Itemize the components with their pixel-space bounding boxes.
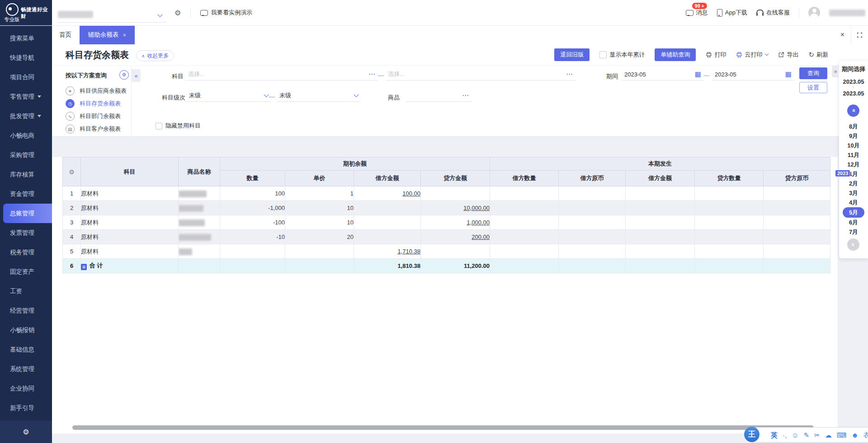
calendar-icon[interactable]: ▦	[695, 70, 701, 78]
tab-aux-balance[interactable]: 辅助余额表 ×	[80, 25, 135, 44]
ellipsis-picker-icon[interactable]: ···	[462, 92, 469, 99]
show-ytd-checkbox[interactable]: 显示本年累计	[599, 51, 645, 59]
sidebar-item[interactable]: 企业协同	[0, 379, 52, 398]
tab-home[interactable]: 首页	[59, 25, 71, 44]
month-item[interactable]: 12月	[839, 160, 868, 169]
demo-link[interactable]: 我要看实例演示	[200, 0, 252, 25]
lang-english-icon[interactable]: 英	[771, 432, 778, 438]
product-field[interactable]: ···	[405, 90, 472, 102]
sidebar-item[interactable]: 总账管理	[3, 204, 52, 223]
online-support-button[interactable]: 在线客服	[756, 9, 790, 17]
sidebar-item[interactable]: 资金管理	[0, 184, 52, 204]
sidebar-item[interactable]: 小畅报销	[0, 320, 52, 340]
sidebar-settings-strip[interactable]: ⚙	[0, 421, 52, 443]
debit-link[interactable]: 100.00	[402, 190, 420, 197]
month-item[interactable]: 8月	[839, 122, 868, 131]
sidebar-item[interactable]: 发票管理	[0, 223, 52, 243]
period-panel-expand-icon[interactable]: »	[832, 66, 839, 77]
scheme-item[interactable]: ▤科目客户余额表	[52, 123, 131, 135]
single-aux-query-button[interactable]: 单辅助查询	[655, 48, 696, 61]
sidebar-item[interactable]: 批发管理	[0, 106, 52, 126]
month-item[interactable]: 4月	[839, 198, 868, 207]
handwriting-pencil-icon[interactable]: ✎	[804, 432, 810, 438]
punctuation-icon[interactable]: ·,	[783, 432, 787, 438]
keyboard-icon[interactable]: ⌨	[837, 432, 847, 438]
sidebar-item[interactable]: 新手引导	[0, 398, 52, 418]
gear-icon[interactable]: ⚙	[175, 9, 181, 17]
horizontal-scrollbar[interactable]	[72, 425, 814, 430]
scheme-item[interactable]: ✦科目供应商余额表	[52, 85, 131, 97]
sidebar-item[interactable]: 基础信息	[0, 340, 52, 359]
sidebar-item[interactable]: 零售管理	[0, 87, 52, 106]
emoji-icon[interactable]: ☺	[792, 432, 798, 438]
cloud-icon[interactable]: ☁	[825, 432, 832, 438]
scheme-item[interactable]: ◷科目存货余额表	[52, 97, 131, 110]
gear-icon[interactable]: ⚙	[23, 428, 29, 436]
avatar[interactable]	[808, 7, 820, 19]
credit-link[interactable]: 10,000.00	[463, 205, 490, 211]
checkbox-icon[interactable]	[156, 123, 162, 129]
settings-button[interactable]: 设置	[799, 82, 827, 93]
months-scroll-down-button[interactable]: »	[847, 238, 859, 251]
sidebar-item[interactable]: 固定资产	[0, 262, 52, 281]
sidebar-item[interactable]: 搜索菜单	[0, 29, 52, 48]
months-scroll-up-button[interactable]: »	[847, 105, 859, 117]
sidebar-item[interactable]: 小畅电商	[0, 126, 52, 145]
level-to-select[interactable]: 末级	[277, 90, 361, 102]
period-from-display[interactable]: 2023.05	[839, 78, 868, 85]
sidebar-item[interactable]: 项目合同	[0, 67, 52, 87]
period-to-display[interactable]: 2023.05	[839, 90, 868, 97]
sidebar-item[interactable]: 快捷导航	[0, 48, 52, 67]
checkbox-icon[interactable]	[599, 51, 607, 58]
refresh-button[interactable]: ↻ 刷新	[808, 51, 828, 59]
hide-disabled-checkbox[interactable]: 隐藏禁用科目	[156, 122, 201, 130]
sidebar-item[interactable]: 税务管理	[0, 243, 52, 262]
level-from-select[interactable]: 末级	[186, 90, 271, 102]
app-download-button[interactable]: App下载	[717, 9, 747, 17]
messages-button[interactable]: 99 + 消息	[686, 9, 708, 17]
credit-link[interactable]: 200.00	[472, 233, 490, 240]
query-button[interactable]: 查询	[799, 67, 827, 79]
month-item[interactable]: 6月	[839, 218, 868, 227]
back-to-old-button[interactable]: 退回旧版	[554, 48, 590, 61]
scheme-collapse-icon[interactable]: «	[132, 69, 141, 82]
print-button[interactable]: 打印	[706, 51, 726, 59]
sidebar-item[interactable]: 经营管理	[0, 301, 52, 320]
month-item[interactable]: 2月	[839, 179, 868, 188]
export-button[interactable]: 导出	[778, 51, 798, 59]
subject-to-field[interactable]: 选择... ···	[385, 68, 576, 81]
month-item[interactable]: 10月	[839, 141, 868, 150]
sidebar-item[interactable]: 采购管理	[0, 145, 52, 165]
scheme-item[interactable]: ∿科目部门余额表	[52, 110, 131, 123]
subject-from-field[interactable]: 选择... ···	[185, 68, 378, 81]
tab-close-icon[interactable]: ×	[123, 32, 126, 38]
month-item[interactable]: 9月	[839, 131, 868, 141]
sidebar-item[interactable]: 系统管理	[0, 359, 52, 379]
month-item[interactable]: 5月	[843, 207, 864, 218]
screenshot-scissors-icon[interactable]: ✂	[814, 432, 820, 438]
fullscreen-icon[interactable]	[851, 25, 868, 44]
sidebar-item[interactable]: 工资	[0, 281, 52, 301]
credit-link[interactable]: 1,000.00	[467, 219, 490, 226]
ellipsis-picker-icon[interactable]: ···	[369, 71, 376, 77]
sidebar-item[interactable]: 库存核算	[0, 165, 52, 184]
period-from-field[interactable]: 2023-05 ▦	[622, 68, 704, 81]
user-icon[interactable]: ☻	[851, 432, 859, 438]
month-item[interactable]: 3月	[839, 188, 868, 198]
debit-link[interactable]: 1,710.38	[397, 248, 420, 255]
calendar-icon[interactable]: ▦	[785, 70, 792, 78]
close-icon[interactable]: ×	[834, 25, 851, 44]
period-to-field[interactable]: 2023-05 ▦	[712, 68, 794, 81]
skin-icon[interactable]: 衣	[863, 432, 868, 438]
cloud-print-button[interactable]: 云打印	[736, 51, 768, 59]
company-chevron-down-icon[interactable]	[157, 12, 162, 17]
month-item[interactable]: 7月	[839, 227, 868, 237]
collapse-more-button[interactable]: ∧ 收起更多	[136, 50, 174, 61]
ime-logo[interactable]: 王	[744, 427, 760, 442]
gear-icon[interactable]: ⚙	[69, 168, 75, 176]
company-name-redacted[interactable]	[58, 11, 93, 18]
scheme-gear-icon[interactable]: ⚙	[119, 70, 129, 80]
ellipsis-picker-icon[interactable]: ···	[566, 71, 573, 77]
table-column-settings[interactable]: ⚙	[63, 157, 81, 186]
month-item[interactable]: 11月	[839, 150, 868, 160]
